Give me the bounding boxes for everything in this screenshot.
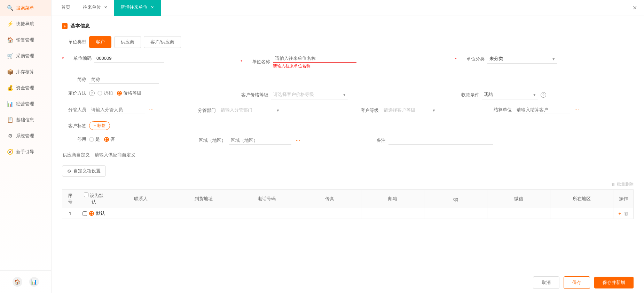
table-cell-phone[interactable] <box>235 208 298 219</box>
code-input[interactable] <box>94 54 164 63</box>
payment-field: 收款条件 现结 ▾ ? <box>455 90 634 99</box>
qq-input[interactable] <box>428 211 484 216</box>
table-header: 微信 <box>487 190 550 208</box>
save-new-button[interactable]: 保存并新增 <box>594 277 634 288</box>
tab-new-partner[interactable]: 新增往来单位✕ <box>114 0 161 16</box>
section-title: F 基本信息 <box>62 23 634 29</box>
table-cell-qq[interactable] <box>424 208 487 219</box>
category-value: 未分类 <box>489 56 503 62</box>
abbr-row: 简称 <box>62 75 634 84</box>
add-row-button[interactable]: + <box>618 211 621 216</box>
pricing-radio-price-level[interactable]: 价格等级 <box>117 90 141 96</box>
unit-type-btn-customer[interactable]: 客户 <box>89 36 111 48</box>
customer-price-select[interactable]: 请选择客户价格等级 ▾ <box>271 90 348 99</box>
region-input[interactable] <box>554 211 610 216</box>
sidebar-item-system[interactable]: ⚙系统管理 <box>0 128 51 144</box>
dept-select[interactable]: 请输入分管部门 ▾ <box>219 106 281 115</box>
tab-close-new-partner[interactable]: ✕ <box>150 5 155 10</box>
wechat-input[interactable] <box>491 211 547 216</box>
table-select-all[interactable] <box>84 193 88 197</box>
sidebar-label-operations: 经营管理 <box>16 101 34 107</box>
customer-level-chevron-icon: ▾ <box>433 108 435 113</box>
dept-chevron-icon: ▾ <box>277 108 279 113</box>
unit-type-btn-supplier[interactable]: 供应商 <box>114 36 141 48</box>
chart-bottom-icon[interactable]: 📊 <box>29 277 39 287</box>
manager-input[interactable] <box>89 106 145 114</box>
table-header: 电话号码 <box>235 190 298 208</box>
category-select[interactable]: 未分类 ▾ <box>487 54 557 64</box>
abbr-input[interactable] <box>89 75 159 84</box>
customer-level-select[interactable]: 请选择客户等级 ▾ <box>382 106 437 115</box>
table-cell-email[interactable] <box>361 208 424 219</box>
add-tag-button[interactable]: + 标签 <box>89 121 110 130</box>
sidebar-item-basic-info[interactable]: 📋基础信息 <box>0 112 51 128</box>
sidebar-item-operations[interactable]: 📊经营管理 <box>0 96 51 112</box>
address-input[interactable] <box>176 211 231 216</box>
home-bottom-icon[interactable]: 🏠 <box>13 277 22 287</box>
table-header: 邮箱 <box>361 190 424 208</box>
global-close-button[interactable]: ✕ <box>629 5 641 11</box>
settlement-more-icon[interactable]: ··· <box>573 107 580 113</box>
table-cell-checkbox[interactable]: 默认 <box>78 208 109 219</box>
section-icon: F <box>62 23 68 29</box>
name-error-msg: 请输入往来单位名称 <box>273 63 356 69</box>
save-button[interactable]: 保存 <box>564 276 590 289</box>
delete-row-button[interactable]: 🗑 <box>624 211 628 216</box>
supplier-custom-input[interactable] <box>93 151 162 159</box>
table-cell-region[interactable] <box>550 208 613 219</box>
table-cell-wechat[interactable] <box>487 208 550 219</box>
code-field: * 单位编码 <box>62 54 241 63</box>
disable-radio-no[interactable]: 否 <box>104 136 115 143</box>
sidebar-item-guide[interactable]: 🧭新手引导 <box>0 144 51 160</box>
payment-help-icon[interactable]: ? <box>541 92 546 98</box>
settlement-label: 结算单位 <box>487 107 512 113</box>
batch-delete-icon: 🗑 <box>611 182 615 187</box>
fax-input[interactable] <box>302 211 358 216</box>
tab-bar: 首页往来单位✕新增往来单位✕ ✕ <box>52 0 644 16</box>
batch-delete-button[interactable]: 🗑 批量删除 <box>611 181 634 187</box>
manager-more-icon[interactable]: ··· <box>148 107 155 113</box>
default-label: 默认 <box>96 210 105 217</box>
dept-placeholder: 请输入分管部门 <box>221 107 252 113</box>
payment-select[interactable]: 现结 ▾ <box>482 90 538 99</box>
settlement-input[interactable] <box>515 106 570 114</box>
disable-radio-yes[interactable]: 是 <box>89 136 100 143</box>
row-checkbox[interactable] <box>83 211 87 216</box>
name-required: * <box>241 59 242 64</box>
disable-radio-group: 是否 <box>89 136 115 143</box>
pricing-radio-discount[interactable]: 折扣 <box>97 90 113 96</box>
tab-partner[interactable]: 往来单位✕ <box>77 0 114 16</box>
sidebar-item-quick-nav[interactable]: ⚡快捷导航 <box>0 16 51 32</box>
name-input[interactable] <box>273 54 356 63</box>
sidebar-item-finance[interactable]: 💰资金管理 <box>0 80 51 96</box>
sidebar-item-purchase[interactable]: 🛒采购管理 <box>0 48 51 64</box>
disable-radio-label-yes: 是 <box>95 136 100 143</box>
region-input[interactable] <box>229 136 291 145</box>
remark-input[interactable] <box>388 136 493 145</box>
tab-home[interactable]: 首页 <box>55 0 77 16</box>
custom-settings-button[interactable]: ⚙ 自定义项设置 <box>62 165 106 177</box>
pricing-help-icon[interactable]: ? <box>89 90 95 96</box>
name-label: 单位名称 <box>246 59 270 65</box>
table-cell-fax[interactable] <box>298 208 361 219</box>
sidebar-item-inventory[interactable]: 📦库存核算 <box>0 64 51 80</box>
sidebar-label-guide: 新手引导 <box>16 149 34 155</box>
email-input[interactable] <box>365 211 421 216</box>
tab-close-partner[interactable]: ✕ <box>103 5 108 10</box>
cancel-button[interactable]: 取消 <box>533 276 559 289</box>
contact-input[interactable] <box>113 211 168 216</box>
table-cell-contact[interactable] <box>109 208 172 219</box>
dept-field: 分管部门 请输入分管部门 ▾ <box>195 106 354 115</box>
disable-row: 停用 是否 区域（地区） ··· 备注 <box>62 136 634 145</box>
phone-input[interactable] <box>239 211 294 216</box>
customer-level-label: 客户等级 <box>354 107 379 114</box>
custom-settings-label: 自定义项设置 <box>73 168 101 174</box>
sidebar-item-search-menu[interactable]: 🔍搜索菜单 <box>0 0 51 16</box>
sidebar-item-sales[interactable]: 🏠销售管理 <box>0 32 51 48</box>
region-more-icon[interactable]: ··· <box>294 137 301 144</box>
code-label: 单位编码 <box>67 55 92 62</box>
table-cell-address[interactable] <box>172 208 235 219</box>
payment-value: 现结 <box>484 91 493 98</box>
contacts-table: 序号 设为默认联系人到货地址电话号码传真邮箱qq微信所在地区操作1默认+🗑 <box>62 189 634 219</box>
unit-type-btn-both[interactable]: 客户/供应商 <box>144 36 181 48</box>
